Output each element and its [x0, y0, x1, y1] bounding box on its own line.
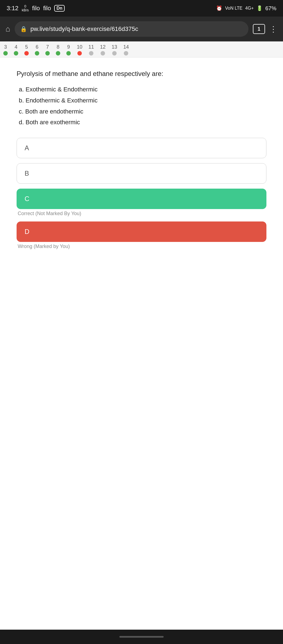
nav-dot-item[interactable]: 8 [56, 44, 60, 56]
nav-dot-circle [56, 51, 60, 56]
browser-menu-button[interactable]: ⋮ [269, 25, 277, 34]
answer-options: ABCCorrect (Not Marked By You)DWrong (Ma… [17, 138, 266, 249]
status-time: 3:12 [7, 5, 19, 12]
nav-dot-number: 12 [100, 44, 106, 50]
nav-dot-item[interactable]: 11 [88, 44, 94, 56]
option-label: D [25, 228, 29, 236]
battery-percent: 67% [265, 5, 276, 12]
nav-dot-item[interactable]: 14 [123, 44, 129, 56]
answer-option-wrapper: B [17, 163, 266, 184]
status-right: ⏰ VoN LTE 4G+ 🔋 67% [216, 5, 276, 12]
question-option-line: b. Endothermic & Exothermic [19, 95, 266, 106]
question-options-text: a. Exothermic & Endothermicb. Endothermi… [17, 84, 266, 128]
nav-dot-item[interactable]: 5 [24, 44, 29, 56]
answer-caption: Correct (Not Marked By You) [18, 211, 266, 217]
answer-option-button-a[interactable]: A [17, 138, 266, 158]
bottom-bar [0, 630, 283, 644]
nav-dot-number: 7 [46, 44, 49, 50]
question-option-line: c. Both are endothermic [19, 106, 266, 117]
nav-dot-circle [101, 51, 105, 56]
status-kb: 0 kB/s [22, 4, 29, 12]
nav-dot-circle [124, 51, 128, 56]
url-text: pw.live/study/q-bank-exercise/616d375c [30, 25, 243, 33]
nav-dot-number: 4 [15, 44, 17, 50]
nav-dot-circle [24, 51, 29, 56]
nav-dot-number: 10 [77, 44, 82, 50]
nav-dot-item[interactable]: 6 [35, 44, 39, 56]
nav-dot-circle [45, 51, 50, 56]
nav-dot-number: 11 [88, 44, 94, 50]
status-app2: filo [43, 5, 51, 12]
nav-dot-number: 5 [25, 44, 28, 50]
option-label: A [25, 144, 29, 152]
option-label: B [25, 170, 29, 177]
nav-dot-item[interactable]: 7 [45, 44, 50, 56]
question-text: Pyrolysis of methane and ethane respecti… [17, 68, 266, 79]
answer-option-wrapper: DWrong (Marked by You) [17, 221, 266, 249]
nav-dot-number: 13 [112, 44, 117, 50]
status-app1: filo [32, 5, 40, 12]
answer-option-wrapper: A [17, 138, 266, 158]
nav-dot-circle [35, 51, 39, 56]
answer-option-button-d[interactable]: D [17, 221, 266, 242]
answer-option-button-c[interactable]: C [17, 189, 266, 209]
nav-dot-item[interactable]: 3 [3, 44, 8, 56]
alarm-icon: ⏰ [216, 5, 222, 11]
answer-caption: Wrong (Marked by You) [18, 244, 266, 249]
main-content: Pyrolysis of methane and ethane respecti… [0, 57, 283, 260]
nav-dot-item[interactable]: 4 [14, 44, 18, 56]
nav-dot-number: 9 [67, 44, 70, 50]
url-bar[interactable]: 🔒 pw.live/study/q-bank-exercise/616d375c [15, 21, 248, 37]
nav-dot-number: 6 [36, 44, 38, 50]
nav-dot-number: 3 [4, 44, 7, 50]
answer-option-wrapper: CCorrect (Not Marked By You) [17, 189, 266, 217]
bottom-indicator [119, 636, 164, 638]
nav-dot-circle [3, 51, 8, 56]
home-button[interactable]: ⌂ [6, 25, 10, 33]
lock-icon: 🔒 [20, 26, 27, 32]
answer-option-button-b[interactable]: B [17, 163, 266, 184]
nav-dot-circle [66, 51, 71, 56]
status-badge: Dn [54, 5, 64, 12]
nav-dots: 34567891011121314 [0, 44, 283, 56]
tab-count-button[interactable]: 1 [253, 24, 265, 34]
question-block: Pyrolysis of methane and ethane respecti… [17, 68, 266, 128]
nav-dot-circle [77, 51, 82, 56]
option-label: C [25, 195, 29, 203]
signal-icon: VoN LTE [225, 6, 242, 11]
question-option-line: a. Exothermic & Endothermic [19, 84, 266, 95]
nav-dot-circle [14, 51, 18, 56]
question-option-line: d. Both are exothermic [19, 117, 266, 128]
nav-dots-bar: 34567891011121314 [0, 41, 283, 57]
nav-dot-item[interactable]: 10 [77, 44, 82, 56]
battery-icon: 🔋 [256, 5, 263, 11]
status-left: 3:12 0 kB/s filo filo Dn [7, 4, 65, 12]
nav-dot-circle [112, 51, 117, 56]
network-icon: 4G+ [245, 6, 254, 11]
nav-dot-item[interactable]: 12 [100, 44, 106, 56]
browser-bar: ⌂ 🔒 pw.live/study/q-bank-exercise/616d37… [0, 17, 283, 41]
nav-dot-circle [89, 51, 93, 56]
nav-dot-number: 8 [57, 44, 59, 50]
status-bar: 3:12 0 kB/s filo filo Dn ⏰ VoN LTE 4G+ 🔋… [0, 0, 283, 17]
nav-dot-item[interactable]: 13 [112, 44, 117, 56]
nav-dot-number: 14 [123, 44, 129, 50]
nav-dot-item[interactable]: 9 [66, 44, 71, 56]
